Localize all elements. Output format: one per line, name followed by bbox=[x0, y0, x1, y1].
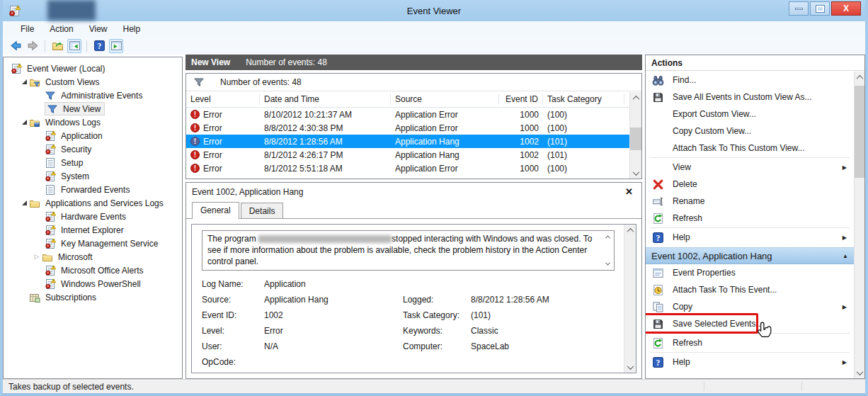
tree-item-administrative-events[interactable]: Administrative Events bbox=[4, 89, 182, 102]
status-separator bbox=[704, 382, 704, 391]
message-prefix: The program bbox=[207, 234, 256, 244]
tree-item-event-viewer-local[interactable]: Event Viewer (Local) bbox=[4, 62, 182, 75]
menu-action[interactable]: Action bbox=[42, 23, 81, 35]
action-export-custom-view[interactable]: Export Custom View... bbox=[646, 106, 854, 123]
tree-item-microsoft[interactable]: ▷ Microsoft bbox=[4, 250, 182, 264]
action-copy-submenu[interactable]: Copy ▶ bbox=[646, 298, 854, 315]
tree-item-subscriptions[interactable]: Subscriptions bbox=[4, 290, 182, 304]
tree-item-forwarded-events[interactable]: Forwarded Events bbox=[4, 183, 182, 196]
minimize-button[interactable] bbox=[789, 1, 809, 16]
tree-item-system[interactable]: System bbox=[4, 169, 182, 183]
collapse-arrow-icon[interactable]: ▲ bbox=[843, 253, 848, 259]
scroll-up-icon[interactable] bbox=[630, 92, 641, 103]
separator bbox=[650, 157, 850, 158]
column-event-id[interactable]: Event ID bbox=[499, 94, 543, 105]
tree-item-windows-powershell[interactable]: Windows PowerShell bbox=[4, 277, 182, 290]
scroll-up-icon[interactable] bbox=[855, 72, 864, 83]
action-attach-task-event[interactable]: Attach Task To This Event... bbox=[646, 281, 854, 298]
close-icon: X bbox=[843, 4, 849, 13]
tree-item-hardware-events[interactable]: Hardware Events bbox=[4, 210, 182, 223]
tree-item-windows-logs[interactable]: Windows Logs bbox=[4, 115, 182, 129]
close-details-icon[interactable]: ✕ bbox=[622, 186, 636, 197]
column-level[interactable]: Level bbox=[186, 94, 260, 105]
tree-item-setup[interactable]: Setup bbox=[4, 156, 182, 169]
status-separator bbox=[801, 382, 802, 391]
field-label: Event ID: bbox=[202, 310, 264, 320]
floppy-save-icon bbox=[652, 318, 664, 330]
scroll-up-icon[interactable] bbox=[624, 225, 636, 236]
table-row[interactable]: !Error 8/10/2012 10:21:37 AM Application… bbox=[186, 108, 641, 121]
action-refresh-event[interactable]: Refresh bbox=[646, 334, 854, 351]
tree-item-custom-views[interactable]: Custom Views bbox=[4, 75, 182, 89]
back-button[interactable] bbox=[8, 39, 23, 53]
actions-scrollbar[interactable] bbox=[854, 72, 864, 378]
expander-open-icon[interactable] bbox=[19, 120, 29, 125]
scroll-up-icon[interactable] bbox=[603, 232, 612, 242]
close-button[interactable]: X bbox=[831, 1, 861, 16]
scrollbar-thumb[interactable] bbox=[855, 86, 864, 178]
action-attach-task-custom-view[interactable]: Attach Task To This Custom View... bbox=[646, 140, 854, 157]
column-source[interactable]: Source bbox=[391, 94, 499, 105]
table-row[interactable]: !Error 8/8/2012 4:30:38 PM Application E… bbox=[186, 121, 641, 135]
error-icon: ! bbox=[190, 137, 200, 146]
event-list-scrollbar[interactable] bbox=[629, 92, 641, 179]
action-save-all-events[interactable]: Save All Events in Custom View As... bbox=[646, 89, 854, 106]
column-task-category[interactable]: Task Category bbox=[543, 94, 624, 105]
tree-item-security[interactable]: Security bbox=[4, 142, 182, 156]
field-value: (101) bbox=[471, 310, 615, 320]
scroll-down-icon[interactable] bbox=[624, 361, 636, 373]
action-delete[interactable]: Delete bbox=[646, 176, 854, 193]
help-icon bbox=[93, 40, 105, 52]
event-message-box[interactable]: The program stopped interacting with Win… bbox=[202, 230, 615, 271]
action-event-properties[interactable]: Event Properties bbox=[646, 264, 854, 281]
error-icon: ! bbox=[190, 123, 200, 132]
menu-bar: File Action View Help bbox=[3, 21, 865, 37]
menu-view[interactable]: View bbox=[81, 23, 115, 35]
tree-item-application[interactable]: Application bbox=[4, 129, 182, 142]
actions-section-header[interactable]: Event 1002, Application Hang ▲ bbox=[646, 247, 854, 264]
task-clock-icon bbox=[652, 284, 664, 296]
toggle-action-pane-button[interactable] bbox=[109, 39, 123, 53]
menu-help[interactable]: Help bbox=[115, 23, 149, 35]
action-find[interactable]: Find... bbox=[646, 72, 854, 89]
properties-icon bbox=[652, 267, 664, 279]
tab-details[interactable]: Details bbox=[241, 203, 284, 218]
action-copy-custom-view[interactable]: Copy Custom View... bbox=[646, 123, 854, 140]
scroll-down-icon[interactable] bbox=[855, 367, 864, 378]
scrollbar-thumb[interactable] bbox=[630, 128, 641, 150]
expander-open-icon[interactable] bbox=[19, 200, 29, 205]
help-button[interactable] bbox=[92, 39, 106, 53]
event-log-icon bbox=[45, 211, 56, 222]
tree-item-new-view[interactable]: New View bbox=[4, 102, 182, 115]
scroll-down-icon[interactable] bbox=[603, 259, 612, 268]
folder-icon bbox=[42, 251, 53, 263]
scroll-down-icon[interactable] bbox=[630, 167, 641, 179]
table-row[interactable]: !Error 8/1/2012 4:26:17 PM Application H… bbox=[186, 148, 641, 162]
tree-item-applications-services-logs[interactable]: Applications and Services Logs bbox=[4, 196, 182, 210]
back-arrow-icon bbox=[10, 40, 22, 52]
toggle-console-tree-button[interactable] bbox=[67, 39, 81, 53]
action-save-selected-events[interactable]: Save Selected Events... bbox=[646, 315, 854, 332]
expander-open-icon[interactable] bbox=[19, 79, 29, 84]
expander-closed-icon[interactable]: ▷ bbox=[32, 254, 42, 260]
action-rename[interactable]: Rename bbox=[646, 193, 854, 210]
action-view-submenu[interactable]: View ▶ bbox=[646, 159, 854, 176]
table-row[interactable]: !Error 8/1/2012 5:51:18 AM Application E… bbox=[186, 162, 641, 175]
menu-file[interactable]: File bbox=[13, 23, 42, 35]
table-row-selected[interactable]: !Error 8/8/2012 1:28:56 AM Application H… bbox=[186, 135, 641, 148]
action-help-event-submenu[interactable]: Help ▶ bbox=[646, 353, 854, 370]
maximize-button[interactable] bbox=[810, 1, 830, 16]
tree-item-microsoft-office-alerts[interactable]: Microsoft Office Alerts bbox=[4, 264, 182, 277]
hand-cursor-icon bbox=[755, 321, 774, 341]
action-refresh[interactable]: Refresh bbox=[646, 210, 854, 227]
open-saved-log-button[interactable] bbox=[50, 39, 64, 53]
filter-summary-row[interactable]: Number of events: 48 bbox=[186, 74, 641, 91]
tree-item-internet-explorer[interactable]: Internet Explorer bbox=[4, 223, 182, 237]
details-scrollbar[interactable] bbox=[624, 225, 636, 373]
action-help-submenu[interactable]: Help ▶ bbox=[646, 229, 854, 246]
title-bar[interactable]: Event Viewer X bbox=[3, 0, 865, 21]
tree-item-key-management-service[interactable]: Key Management Service bbox=[4, 237, 182, 250]
forward-button[interactable] bbox=[25, 39, 40, 53]
column-date-time[interactable]: Date and Time bbox=[260, 94, 391, 105]
tab-general[interactable]: General bbox=[192, 202, 239, 219]
